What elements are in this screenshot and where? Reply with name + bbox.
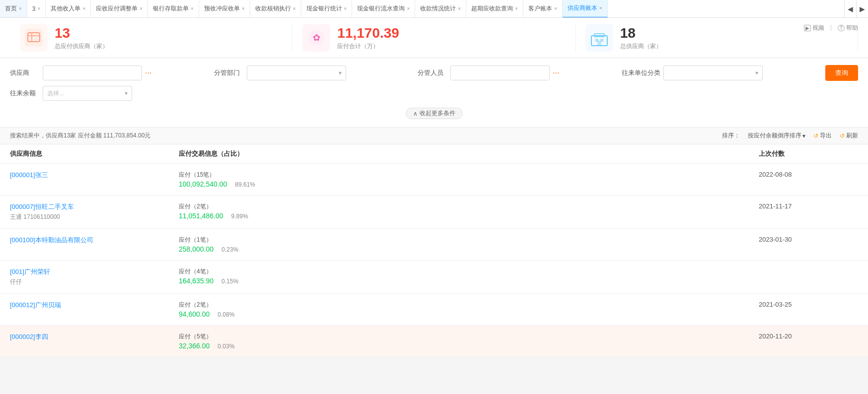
export-icon: ↺ — [813, 132, 818, 139]
filter-category: 往来单位分类 ▾ — [622, 66, 818, 80]
nav-tab-overdue-ar-close[interactable]: × — [515, 6, 518, 11]
row-5-lastpay: 2020-11-20 — [759, 332, 858, 340]
row-3-trans-info: 应付（4笔） 164,635.90 0.15% — [179, 267, 759, 285]
nav-tab-customer-ledger-label: 客户账本 — [528, 4, 552, 13]
stat-actions: ▶ 视频 | ? 帮助 — [804, 24, 858, 32]
row-2-trans-type: 应付（1笔） — [179, 236, 759, 244]
row-5-trans-amount[interactable]: 32,366.00 — [179, 342, 210, 350]
row-3-trans-type: 应付（4笔） — [179, 267, 759, 276]
nav-tab-other-income-close[interactable]: × — [82, 6, 85, 11]
filter-dept: 分管部门 ▾ — [214, 66, 410, 80]
nav-tab-cash-bank-stat-close[interactable]: × — [344, 6, 347, 11]
stat-total-suppliers-info: 18 总供应商（家） — [620, 25, 662, 51]
nav-tab-bank-deposit-close[interactable]: × — [191, 6, 194, 11]
row-1-transaction: 应付（2笔） 11,051,486.00 9.89% — [179, 202, 759, 220]
row-5-supplier: [000002]李四 — [10, 332, 179, 341]
row-3-trans-amount[interactable]: 164,635.90 — [179, 277, 214, 285]
row-4-trans-amount[interactable]: 94,600.00 — [179, 310, 210, 318]
nav-tab-receipt-stat[interactable]: 收款情况统计 × — [415, 0, 466, 18]
refresh-label: 刷新 — [846, 131, 858, 140]
filter-dept-select[interactable]: ▾ — [247, 66, 346, 80]
filter-category-select[interactable]: ▾ — [663, 66, 763, 80]
nav-tab-cash-bank-stat[interactable]: 现金银行统计 × — [301, 0, 353, 18]
results-bar: 搜索结果中，供应商13家 应付金额 111,703,854.00元 排序： 按应… — [0, 128, 868, 144]
nav-tab-receipt-stat-close[interactable]: × — [458, 6, 461, 11]
nav-arrow-right[interactable]: ▶ — [856, 0, 868, 18]
sort-button[interactable]: 按应付余额倒序排序 ▾ — [748, 131, 805, 140]
stat-video-link[interactable]: ▶ 视频 — [804, 24, 824, 32]
stats-bar: 13 总应付供应商（家） ✿ 11,170.39 应付合计（万） — [0, 18, 868, 58]
row-4-transaction: 应付（2笔） 94,600.00 0.08% — [179, 301, 759, 318]
row-2-trans-info: 应付（1笔） 258,000.00 0.23% — [179, 236, 759, 253]
nav-tab-home-close[interactable]: × — [19, 6, 22, 11]
table-row: [000100]本特勤油品有限公司 应付（1笔） 258,000.00 0.23… — [0, 229, 868, 261]
row-1-lastpay: 2021-11-17 — [759, 202, 858, 210]
table-row: [001]广州荣轩 仔仔 应付（4笔） 164,635.90 0.15% — [0, 261, 868, 294]
collapse-bar: ∧ 收起更多条件 — [10, 106, 858, 123]
nav-tab-ar-ap-adjust-close[interactable]: × — [140, 6, 143, 11]
filter-person-input[interactable] — [450, 66, 550, 80]
svg-rect-10 — [597, 41, 601, 46]
nav-tab-supplier-ledger-close[interactable]: × — [599, 5, 602, 11]
row-0-supplier: [000001]张三 — [10, 171, 179, 180]
nav-tab-ar-ap-adjust[interactable]: 应收应付调整单 × — [91, 0, 148, 18]
stat-supplier-payable-icon — [20, 24, 48, 52]
nav-tab-customer-ledger-close[interactable]: × — [554, 6, 557, 11]
filter-person: 分管人员 ··· — [418, 66, 614, 80]
row-5-trans-info: 应付（5笔） 32,366.00 0.03% — [179, 332, 759, 350]
nav-tab-prepay-ar-close[interactable]: × — [242, 6, 245, 11]
stat-total-suppliers-number: 18 — [620, 25, 662, 42]
filter-person-dots[interactable]: ··· — [553, 68, 559, 77]
row-1-supplier-name[interactable]: [000007]恒旺二手叉车 — [10, 202, 179, 211]
collapse-button[interactable]: ∧ 收起更多条件 — [406, 108, 463, 119]
nav-tab-home[interactable]: 首页 × — [0, 0, 27, 18]
filter-supplier-input[interactable] — [43, 66, 142, 80]
row-3-supplier-name[interactable]: [001]广州荣轩 — [10, 267, 179, 276]
row-4-supplier-name[interactable]: [000012]广州贝瑞 — [10, 301, 179, 310]
nav-tab-cash-bank-flow[interactable]: 现金银行流水查询 × — [352, 0, 415, 18]
nav-tab-customer-ledger[interactable]: 客户账本 × — [523, 0, 563, 18]
row-1-supplier: [000007]恒旺二手叉车 王通 17106110000 — [10, 202, 179, 221]
nav-tab-3[interactable]: 3 × — [27, 0, 46, 18]
nav-arrow-left[interactable]: ◀ — [844, 0, 856, 18]
nav-tab-overdue-ar[interactable]: 超期应收款查询 × — [466, 0, 523, 18]
data-table: 供应商信息 应付交易信息（占比） 上次付数 [000001]张三 应付（15笔）… — [0, 144, 868, 357]
row-1-supplier-sub: 王通 17106110000 — [10, 213, 179, 221]
nav-tab-3-label: 3 — [32, 5, 36, 12]
filter-balance: 往来余额 选择... ▾ — [10, 86, 169, 101]
search-button[interactable]: 查询 — [825, 65, 858, 81]
nav-tab-other-income[interactable]: 其他收入单 × — [46, 0, 91, 18]
row-4-lastpay: 2021-03-25 — [759, 301, 858, 308]
row-5-trans-type: 应付（5笔） — [179, 332, 759, 341]
col-header-supplier: 供应商信息 — [10, 149, 179, 158]
row-3-supplier-sub: 仔仔 — [10, 278, 179, 286]
row-2-supplier-name[interactable]: [000100]本特勤油品有限公司 — [10, 236, 179, 245]
col-header-transaction: 应付交易信息（占比） — [179, 149, 759, 158]
export-button[interactable]: ↺ 导出 — [813, 131, 832, 140]
row-0-lastpay: 2022-08-08 — [759, 171, 858, 178]
filter-balance-arrow: ▾ — [125, 90, 128, 97]
nav-tab-3-close[interactable]: × — [38, 6, 41, 11]
results-summary: 搜索结果中，供应商13家 应付金额 111,703,854.00元 — [10, 131, 150, 140]
nav-tab-supplier-ledger[interactable]: 供应商账本 × — [563, 0, 608, 18]
filter-supplier-dots[interactable]: ··· — [145, 68, 151, 77]
nav-tab-cash-bank-flow-label: 现金银行流水查询 — [357, 4, 405, 13]
filter-supplier-label: 供应商 — [10, 68, 40, 77]
stat-supplier-payable-number: 13 — [55, 25, 108, 42]
row-5-supplier-name[interactable]: [000002]李四 — [10, 332, 179, 341]
nav-tab-cash-bank-flow-close[interactable]: × — [407, 6, 410, 11]
row-1-trans-percent: 9.89% — [231, 213, 248, 220]
row-1-trans-amount[interactable]: 11,051,486.00 — [179, 212, 223, 220]
stat-help-link[interactable]: ? 帮助 — [838, 24, 858, 32]
row-0-supplier-name[interactable]: [000001]张三 — [10, 171, 179, 180]
nav-tab-prepay-ar[interactable]: 预收冲应收单 × — [199, 0, 250, 18]
row-1-trans-type: 应付（2笔） — [179, 202, 759, 211]
nav-tab-receipt-verify-close[interactable]: × — [293, 6, 296, 11]
row-0-trans-amount[interactable]: 100,092,540.00 — [179, 180, 227, 188]
nav-tab-receipt-verify[interactable]: 收款核销执行 × — [250, 0, 301, 18]
nav-tab-bank-deposit[interactable]: 银行存取款单 × — [148, 0, 199, 18]
refresh-button[interactable]: ↺ 刷新 — [840, 131, 858, 140]
stat-payable-total-number: 11,170.39 — [337, 25, 399, 42]
filter-balance-select[interactable]: 选择... ▾ — [43, 86, 132, 101]
row-2-trans-amount[interactable]: 258,000.00 — [179, 245, 214, 253]
